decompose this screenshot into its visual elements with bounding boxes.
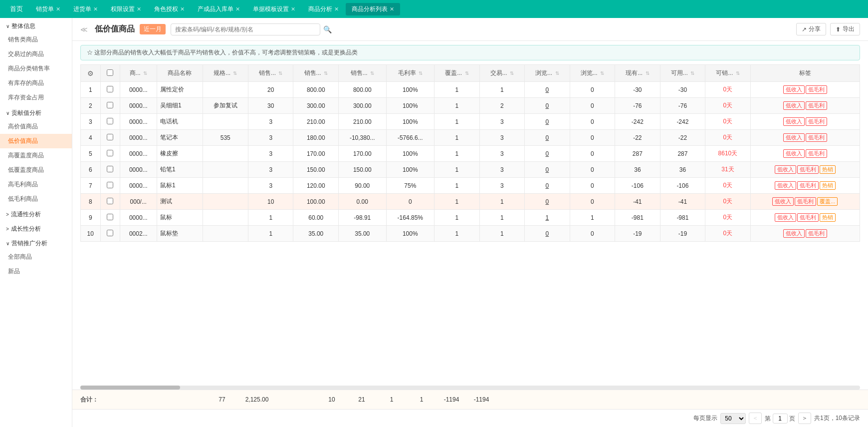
horizontal-scrollbar[interactable] xyxy=(80,386,860,390)
sidebar-group-marketing[interactable]: ∨ 营销推广分析 xyxy=(0,235,72,250)
view-link[interactable]: 0 xyxy=(546,230,549,237)
row-view1[interactable]: 0 xyxy=(525,226,570,242)
checkbox-col-header[interactable] xyxy=(100,65,120,82)
row-checkbox[interactable] xyxy=(107,102,113,108)
per-page-select[interactable]: 50 100 200 xyxy=(720,413,746,424)
sidebar-group-overall[interactable]: ∨ 整体信息 xyxy=(0,18,72,32)
search-button[interactable]: 🔍 xyxy=(323,25,332,33)
row-checkbox-cell[interactable] xyxy=(100,178,120,194)
close-icon[interactable]: ✕ xyxy=(93,6,98,12)
close-icon[interactable]: ✕ xyxy=(56,6,60,12)
row-checkbox[interactable] xyxy=(107,230,113,236)
row-view1[interactable]: 0 xyxy=(525,146,570,162)
row-checkbox-cell[interactable] xyxy=(100,226,120,242)
search-input[interactable] xyxy=(171,23,320,35)
row-checkbox-cell[interactable] xyxy=(100,162,120,178)
row-checkbox-cell[interactable] xyxy=(100,98,120,114)
nav-product-analysis-list[interactable]: 商品分析列表✕ xyxy=(346,3,400,15)
nav-roles[interactable]: 角色授权✕ xyxy=(148,3,191,15)
settings-col-header[interactable]: ⚙ xyxy=(81,65,101,82)
nav-template[interactable]: 单据模板设置✕ xyxy=(247,3,301,15)
sidebar-item-low-margin[interactable]: 低毛利商品 xyxy=(0,192,72,206)
nav-product-analysis[interactable]: 商品分析✕ xyxy=(302,3,345,15)
sort-icon[interactable]: ⇅ xyxy=(278,70,282,76)
row-checkbox[interactable] xyxy=(107,198,113,204)
view-link[interactable]: 0 xyxy=(546,182,549,189)
row-checkbox-cell[interactable] xyxy=(100,114,120,130)
select-all-checkbox[interactable] xyxy=(107,69,113,76)
sort-icon[interactable]: ⇅ xyxy=(233,70,237,76)
sidebar-item-traded-products[interactable]: 交易过的商品 xyxy=(0,47,72,61)
row-view1[interactable]: 0 xyxy=(525,82,570,98)
sidebar-item-sales-products[interactable]: 销售类商品 xyxy=(0,32,72,47)
view-link[interactable]: 1 xyxy=(546,214,549,221)
view-link[interactable]: 0 xyxy=(546,198,549,205)
row-checkbox-cell[interactable] xyxy=(100,210,120,226)
view-link[interactable]: 0 xyxy=(546,86,549,93)
sidebar-item-low-coverage[interactable]: 低覆盖度商品 xyxy=(0,163,72,177)
sort-icon[interactable]: ⇅ xyxy=(419,70,423,76)
collapse-sidebar-button[interactable]: ≪ xyxy=(80,25,88,33)
row-checkbox[interactable] xyxy=(107,150,113,156)
sidebar-item-stock-capital[interactable]: 库存资金占用 xyxy=(0,90,72,105)
row-checkbox[interactable] xyxy=(107,182,113,188)
row-checkbox-cell[interactable] xyxy=(100,130,120,146)
view-link[interactable]: 0 xyxy=(546,134,549,141)
sort-icon[interactable]: ⇅ xyxy=(555,70,559,76)
row-checkbox-cell[interactable] xyxy=(100,194,120,210)
sidebar-group-growth[interactable]: > 成长性分析 xyxy=(0,221,72,235)
sidebar-item-high-value[interactable]: 高价值商品 xyxy=(0,119,72,134)
row-view1[interactable]: 0 xyxy=(525,114,570,130)
row-view1[interactable]: 0 xyxy=(525,178,570,194)
row-checkbox[interactable] xyxy=(107,166,113,172)
close-icon[interactable]: ✕ xyxy=(180,6,185,12)
filter-tag-button[interactable]: 近一月 xyxy=(140,24,166,34)
view-link[interactable]: 0 xyxy=(546,166,549,173)
next-page-button[interactable]: ＞ xyxy=(798,413,811,424)
scrollbar-thumb[interactable] xyxy=(80,386,180,390)
row-checkbox-cell[interactable] xyxy=(100,146,120,162)
sort-icon[interactable]: ⇅ xyxy=(736,70,740,76)
row-checkbox-cell[interactable] xyxy=(100,82,120,98)
close-icon[interactable]: ✕ xyxy=(390,6,394,12)
sort-icon[interactable]: ⇅ xyxy=(324,70,328,76)
sidebar-item-high-coverage[interactable]: 高覆盖度商品 xyxy=(0,148,72,163)
sort-icon[interactable]: ⇅ xyxy=(143,70,147,76)
nav-home[interactable]: 首页 xyxy=(4,2,29,15)
row-checkbox[interactable] xyxy=(107,86,113,92)
sidebar-item-all-products[interactable]: 全部商品 xyxy=(0,250,72,264)
close-icon[interactable]: ✕ xyxy=(291,6,295,12)
sort-icon[interactable]: ⇅ xyxy=(465,70,469,76)
sidebar-group-contribution[interactable]: ∨ 贡献值分析 xyxy=(0,105,72,119)
nav-sales[interactable]: 销货单✕ xyxy=(30,3,66,15)
row-view1[interactable]: 1 xyxy=(525,210,570,226)
view-link[interactable]: 0 xyxy=(546,102,549,109)
close-icon[interactable]: ✕ xyxy=(137,6,141,12)
sort-icon[interactable]: ⇅ xyxy=(600,70,604,76)
view-link[interactable]: 0 xyxy=(546,150,549,157)
nav-purchase[interactable]: 进货单✕ xyxy=(67,3,104,15)
sort-icon[interactable]: ⇅ xyxy=(510,70,514,76)
sidebar-item-high-margin[interactable]: 高毛利商品 xyxy=(0,177,72,192)
row-view1[interactable]: 0 xyxy=(525,162,570,178)
nav-finished-goods[interactable]: 产成品入库单✕ xyxy=(192,3,246,15)
settings-button[interactable]: ⚙ xyxy=(87,69,94,77)
row-view1[interactable]: 0 xyxy=(525,194,570,210)
nav-permissions[interactable]: 权限设置✕ xyxy=(105,3,147,15)
close-icon[interactable]: ✕ xyxy=(334,6,339,12)
sidebar-item-category-sales-rate[interactable]: 商品分类销售率 xyxy=(0,61,72,76)
sidebar-item-stocked-products[interactable]: 有库存的商品 xyxy=(0,76,72,90)
sort-icon[interactable]: ⇅ xyxy=(370,70,374,76)
page-number-input[interactable] xyxy=(773,414,788,424)
sidebar-item-new-products[interactable]: 新品 xyxy=(0,264,72,279)
row-checkbox[interactable] xyxy=(107,134,113,140)
sort-icon[interactable]: ⇅ xyxy=(690,70,694,76)
sidebar-item-low-value[interactable]: 低价值商品 xyxy=(0,134,72,148)
view-link[interactable]: 0 xyxy=(546,118,549,125)
close-icon[interactable]: ✕ xyxy=(235,6,240,12)
sidebar-group-circulation[interactable]: > 流通性分析 xyxy=(0,206,72,221)
row-view1[interactable]: 0 xyxy=(525,98,570,114)
export-button[interactable]: ⬆ 导出 xyxy=(830,23,860,35)
prev-page-button[interactable]: ＜ xyxy=(749,413,762,424)
row-checkbox[interactable] xyxy=(107,118,113,124)
